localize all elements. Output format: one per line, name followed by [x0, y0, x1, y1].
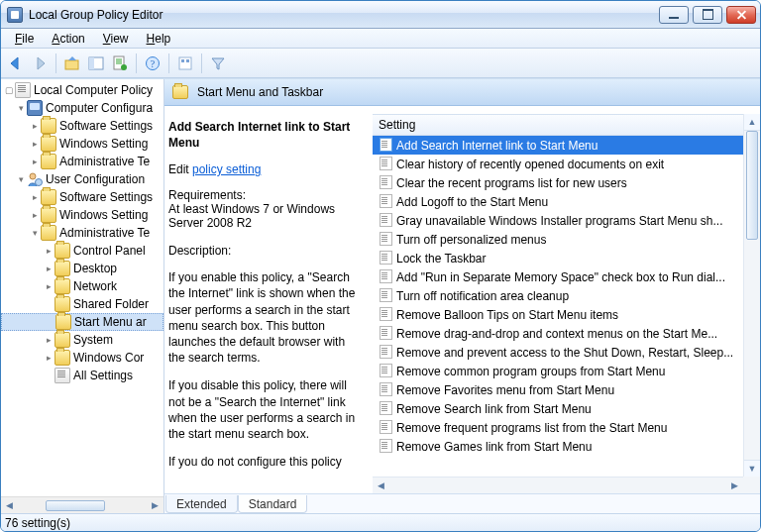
menu-view[interactable]: View	[95, 31, 137, 47]
policy-icon	[377, 307, 392, 323]
expand-icon[interactable]: ▸	[43, 264, 54, 273]
horizontal-scrollbar[interactable]: ◀ ▶	[373, 477, 743, 493]
setting-item[interactable]: Add Logoff to the Start Menu	[373, 192, 743, 211]
tree-label: Administrative Te	[59, 155, 150, 168]
scrollbar-thumb[interactable]	[46, 500, 105, 511]
tree-label: Desktop	[73, 262, 117, 275]
column-header-setting[interactable]: Setting ▲	[373, 114, 760, 136]
tree-start-menu-taskbar[interactable]: Start Menu ar	[1, 313, 163, 331]
scroll-down-icon[interactable]: ▼	[744, 460, 760, 477]
collapse-icon[interactable]: ▾	[15, 103, 27, 113]
tree-control-panel[interactable]: ▸Control Panel	[1, 242, 163, 260]
scroll-left-icon[interactable]: ◀	[1, 498, 18, 513]
setting-item[interactable]: Turn off personalized menus	[373, 230, 743, 249]
filter-button[interactable]	[207, 53, 229, 74]
toolbar-separator	[201, 53, 202, 73]
all-settings-icon	[54, 368, 70, 383]
folder-icon	[41, 118, 56, 134]
tree-system[interactable]: ▸System	[1, 331, 163, 349]
show-hide-tree-button[interactable]	[85, 53, 107, 74]
folder-icon	[54, 243, 70, 259]
scroll-right-icon[interactable]: ▶	[147, 498, 163, 513]
tree-horizontal-scrollbar[interactable]: ◀ ▶	[1, 496, 163, 513]
tree-computer-config[interactable]: ▾Computer Configura	[1, 99, 163, 117]
tree-desktop[interactable]: ▸Desktop	[1, 260, 163, 277]
tree-uc-software[interactable]: ▸Software Settings	[1, 188, 163, 206]
setting-label: Remove Favorites menu from Start Menu	[396, 383, 614, 397]
tree-cc-windows[interactable]: ▸Windows Setting	[1, 135, 163, 153]
toolbar-separator	[168, 53, 169, 73]
scroll-right-icon[interactable]: ▶	[726, 478, 743, 492]
tree-windows-components[interactable]: ▸Windows Cor	[1, 349, 163, 367]
maximize-button[interactable]	[693, 6, 722, 24]
setting-item[interactable]: Remove Balloon Tips on Start Menu items	[373, 305, 743, 324]
folder-icon	[41, 225, 56, 241]
back-button[interactable]	[5, 53, 27, 74]
close-button[interactable]	[726, 6, 756, 24]
setting-item[interactable]: Remove Search link from Start Menu	[373, 399, 743, 418]
minimize-button[interactable]	[659, 6, 689, 24]
setting-item[interactable]: Remove drag-and-drop and context menus o…	[373, 324, 743, 343]
folder-icon	[54, 332, 70, 348]
forward-button[interactable]	[29, 53, 51, 74]
properties-button[interactable]	[109, 53, 131, 74]
expand-icon[interactable]: ▸	[29, 139, 41, 149]
collapse-icon[interactable]: ▾	[29, 228, 41, 238]
tree-user-config[interactable]: ▾User Configuration	[1, 170, 163, 188]
setting-item[interactable]: Turn off notification area cleanup	[373, 286, 743, 305]
help-button[interactable]: ?	[142, 53, 163, 74]
setting-label: Remove Games link from Start Menu	[396, 440, 592, 454]
expand-icon[interactable]: ▸	[29, 157, 41, 166]
svg-rect-2	[89, 57, 94, 69]
setting-item[interactable]: Remove frequent programs list from the S…	[373, 418, 743, 437]
expand-icon[interactable]: ▸	[29, 121, 41, 131]
setting-item[interactable]: Remove and prevent access to the Shut Do…	[373, 343, 743, 362]
tree-pane: ▢Local Computer Policy ▾Computer Configu…	[1, 79, 164, 513]
expand-icon[interactable]: ▸	[43, 335, 54, 345]
setting-item[interactable]: Gray unavailable Windows Installer progr…	[373, 211, 743, 230]
settings-list[interactable]: Add Search Internet link to Start MenuCl…	[373, 136, 743, 477]
tree-cc-admin[interactable]: ▸Administrative Te	[1, 153, 163, 170]
setting-item[interactable]: Add "Run in Separate Memory Space" check…	[373, 267, 743, 286]
menu-help[interactable]: Help	[139, 31, 179, 47]
setting-label: Add Logoff to the Start Menu	[396, 195, 548, 209]
tree-body[interactable]: ▢Local Computer Policy ▾Computer Configu…	[1, 79, 163, 496]
setting-item[interactable]: Add Search Internet link to Start Menu	[373, 136, 743, 155]
scroll-left-icon[interactable]: ◀	[373, 479, 389, 493]
scroll-up-icon[interactable]: ▲	[744, 114, 760, 131]
expand-icon[interactable]: ▸	[29, 192, 41, 202]
tree-cc-software[interactable]: ▸Software Settings	[1, 117, 163, 135]
expand-icon[interactable]: ▸	[43, 353, 54, 363]
tree-shared-folders[interactable]: Shared Folder	[1, 295, 163, 313]
options-button[interactable]	[174, 53, 196, 74]
expand-icon[interactable]: ▸	[43, 246, 54, 256]
collapse-icon[interactable]: ▾	[15, 174, 27, 184]
setting-item[interactable]: Clear history of recently opened documen…	[373, 155, 743, 173]
tree-all-settings[interactable]: All Settings	[1, 367, 163, 384]
scrollbar-track[interactable]	[744, 131, 760, 460]
setting-item[interactable]: Remove common program groups from Start …	[373, 362, 743, 380]
expand-icon[interactable]: ▢	[3, 85, 15, 95]
up-button[interactable]	[61, 53, 83, 74]
expand-icon[interactable]: ▸	[43, 281, 54, 291]
policy-icon	[377, 232, 392, 248]
tree-network[interactable]: ▸Network	[1, 277, 163, 295]
setting-item[interactable]: Lock the Taskbar	[373, 249, 743, 267]
expand-icon[interactable]: ▸	[29, 210, 41, 220]
scrollbar-thumb[interactable]	[746, 131, 758, 240]
menu-file[interactable]: File	[7, 31, 42, 47]
tree-uc-windows[interactable]: ▸Windows Setting	[1, 206, 163, 224]
tree-label: System	[73, 333, 113, 347]
tree-root[interactable]: ▢Local Computer Policy	[1, 81, 163, 99]
selected-policy-title: Add Search Internet link to Start Menu	[168, 120, 365, 151]
description-label: Description:	[168, 244, 365, 258]
tab-extended[interactable]: Extended	[165, 495, 238, 513]
edit-policy-link[interactable]: policy setting	[192, 162, 261, 176]
menu-action[interactable]: Action	[44, 31, 92, 47]
vertical-scrollbar[interactable]: ▲ ▼	[743, 114, 760, 477]
setting-item[interactable]: Remove Games link from Start Menu	[373, 437, 743, 456]
tab-standard[interactable]: Standard	[238, 495, 308, 513]
setting-item[interactable]: Remove Favorites menu from Start Menu	[373, 380, 743, 399]
tree-uc-admin[interactable]: ▾Administrative Te	[1, 224, 163, 242]
setting-item[interactable]: Clear the recent programs list for new u…	[373, 173, 743, 192]
